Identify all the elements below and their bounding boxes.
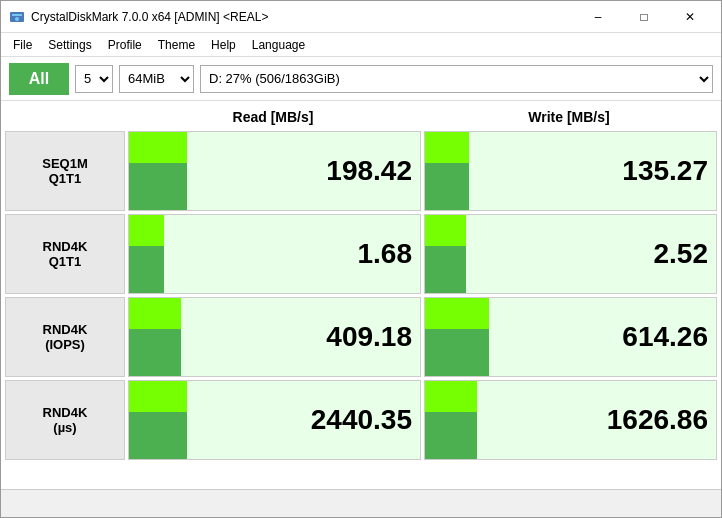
write-bar-bright-seq1m: [425, 132, 469, 163]
write-header: Write [MB/s]: [421, 105, 717, 129]
window-controls: – □ ✕: [575, 5, 713, 29]
drive-select[interactable]: D: 27% (506/1863GiB): [200, 65, 713, 93]
size-select[interactable]: 64MiB 32MiB 128MiB 256MiB 512MiB 1GiB: [119, 65, 194, 93]
write-bar-bright-rnd4k-q1t1: [425, 215, 466, 246]
all-button[interactable]: All: [9, 63, 69, 95]
main-content: Read [MB/s] Write [MB/s] SEQ1MQ1T1 198.4…: [1, 101, 721, 489]
main-window: CrystalDiskMark 7.0.0 x64 [ADMIN] <REAL>…: [0, 0, 722, 518]
read-bar-bright-rnd4k-iops: [129, 298, 181, 329]
write-value-rnd4k-us: 1626.86: [607, 404, 716, 436]
table-body: SEQ1MQ1T1 198.42 135.27 RND4KQ1T1: [5, 131, 717, 485]
loops-select[interactable]: 5 1 3 9: [75, 65, 113, 93]
row-label-rnd4k-us: RND4K(µs): [5, 380, 125, 460]
window-title: CrystalDiskMark 7.0.0 x64 [ADMIN] <REAL>: [31, 10, 268, 24]
minimize-button[interactable]: –: [575, 5, 621, 29]
table-row: RND4KQ1T1 1.68 2.52: [5, 214, 717, 294]
read-cell-rnd4k-us: 2440.35: [128, 380, 421, 460]
write-bar-bright-rnd4k-iops: [425, 298, 489, 329]
write-value-rnd4k-q1t1: 2.52: [654, 238, 717, 270]
label-column-header: [5, 105, 125, 129]
svg-rect-1: [12, 14, 22, 16]
table-header: Read [MB/s] Write [MB/s]: [5, 105, 717, 129]
app-icon: [9, 9, 25, 25]
write-bar-bright-rnd4k-us: [425, 381, 477, 412]
read-value-rnd4k-q1t1: 1.68: [358, 238, 421, 270]
title-bar: CrystalDiskMark 7.0.0 x64 [ADMIN] <REAL>…: [1, 1, 721, 33]
write-cell-rnd4k-iops: 614.26: [424, 297, 717, 377]
row-label-rnd4k-q1t1: RND4KQ1T1: [5, 214, 125, 294]
read-bar-bright-seq1m: [129, 132, 187, 163]
read-bar-bright-rnd4k-q1t1: [129, 215, 164, 246]
bottom-bar: [1, 489, 721, 517]
maximize-button[interactable]: □: [621, 5, 667, 29]
row-label-seq1m: SEQ1MQ1T1: [5, 131, 125, 211]
menu-settings[interactable]: Settings: [40, 36, 99, 54]
write-value-rnd4k-iops: 614.26: [622, 321, 716, 353]
write-cell-rnd4k-q1t1: 2.52: [424, 214, 717, 294]
menu-help[interactable]: Help: [203, 36, 244, 54]
write-cell-seq1m: 135.27: [424, 131, 717, 211]
read-value-rnd4k-us: 2440.35: [311, 404, 420, 436]
svg-point-2: [15, 17, 19, 21]
menu-theme[interactable]: Theme: [150, 36, 203, 54]
table-row: RND4K(IOPS) 409.18 614.26: [5, 297, 717, 377]
toolbar: All 5 1 3 9 64MiB 32MiB 128MiB 256MiB 51…: [1, 57, 721, 101]
read-header: Read [MB/s]: [125, 105, 421, 129]
write-value-seq1m: 135.27: [622, 155, 716, 187]
read-bar-bright-rnd4k-us: [129, 381, 187, 412]
menu-bar: File Settings Profile Theme Help Languag…: [1, 33, 721, 57]
menu-profile[interactable]: Profile: [100, 36, 150, 54]
read-cell-seq1m: 198.42: [128, 131, 421, 211]
close-button[interactable]: ✕: [667, 5, 713, 29]
table-row: RND4K(µs) 2440.35 1626.86: [5, 380, 717, 460]
read-value-rnd4k-iops: 409.18: [326, 321, 420, 353]
write-cell-rnd4k-us: 1626.86: [424, 380, 717, 460]
read-value-seq1m: 198.42: [326, 155, 420, 187]
row-label-rnd4k-iops: RND4K(IOPS): [5, 297, 125, 377]
read-cell-rnd4k-q1t1: 1.68: [128, 214, 421, 294]
title-bar-left: CrystalDiskMark 7.0.0 x64 [ADMIN] <REAL>: [9, 9, 268, 25]
menu-file[interactable]: File: [5, 36, 40, 54]
read-cell-rnd4k-iops: 409.18: [128, 297, 421, 377]
table-row: SEQ1MQ1T1 198.42 135.27: [5, 131, 717, 211]
menu-language[interactable]: Language: [244, 36, 313, 54]
